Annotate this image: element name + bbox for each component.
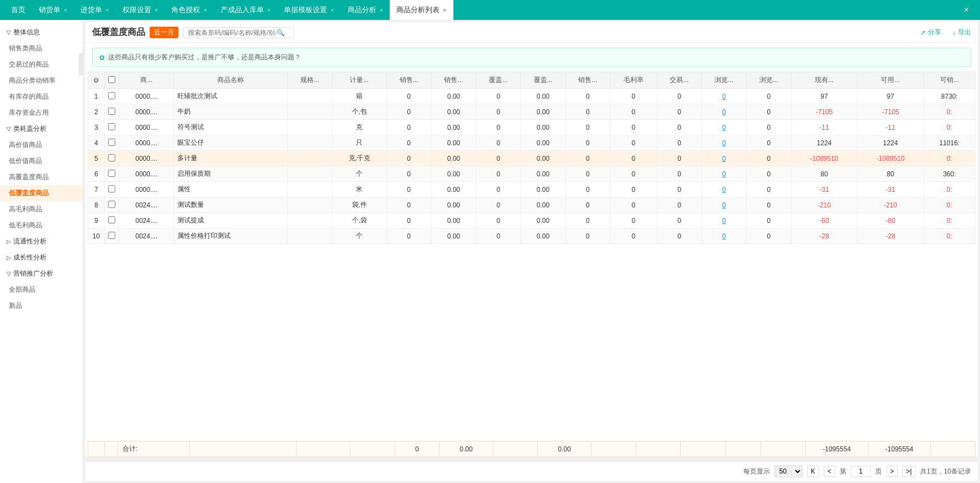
- row-current-stock: -60: [791, 213, 858, 228]
- close-icon[interactable]: ×: [443, 7, 446, 13]
- info-icon: ✿: [99, 54, 105, 62]
- totals-cover1: [493, 441, 538, 457]
- sidebar-item-sales-goods[interactable]: 销售类商品: [0, 40, 83, 57]
- last-page-button[interactable]: >|: [902, 466, 916, 477]
- row-select-checkbox[interactable]: [108, 139, 115, 146]
- row-view1[interactable]: 0: [702, 120, 747, 135]
- close-icon[interactable]: ×: [267, 7, 270, 13]
- row-checkbox[interactable]: [105, 135, 119, 151]
- row-current-stock: -28: [791, 228, 858, 244]
- sidebar-item-low-value[interactable]: 低价值商品: [0, 153, 83, 169]
- nav-purchase-order[interactable]: 进货单 ×: [74, 0, 115, 20]
- nav-product-inbound[interactable]: 产成品入库单 ×: [214, 0, 277, 20]
- sidebar-section-overall[interactable]: ▽ 整体信息: [0, 24, 83, 40]
- select-all-checkbox[interactable]: [108, 76, 115, 83]
- first-page-button[interactable]: K: [807, 466, 819, 477]
- row-view1[interactable]: 0: [702, 213, 747, 228]
- row-select-checkbox[interactable]: [108, 92, 115, 99]
- row-unit: 克: [332, 120, 386, 135]
- row-select-checkbox[interactable]: [108, 154, 115, 161]
- row-select-checkbox[interactable]: [108, 108, 115, 115]
- sidebar-item-category-rate[interactable]: 商品分类动销率: [0, 73, 83, 89]
- row-sales-rate: 0: [565, 182, 610, 197]
- col-checkbox[interactable]: [105, 72, 119, 89]
- horizontal-scrollbar[interactable]: [85, 457, 978, 461]
- row-name: 测试提成: [174, 213, 287, 228]
- share-icon: ↗: [920, 29, 926, 37]
- close-icon[interactable]: ×: [105, 7, 109, 13]
- sidebar-item-stock-capital[interactable]: 库存资金占用: [0, 105, 83, 121]
- row-select-checkbox[interactable]: [108, 185, 115, 192]
- nav-sales-order[interactable]: 销货单 ×: [32, 0, 74, 20]
- row-name: 眼宝公仔: [174, 135, 287, 151]
- row-select-checkbox[interactable]: [108, 232, 115, 239]
- sidebar-section-marketing[interactable]: ▽ 营销推广分析: [0, 266, 83, 282]
- row-checkbox[interactable]: [105, 166, 119, 182]
- col-spec: 规格...: [287, 72, 332, 89]
- sidebar-item-low-profit[interactable]: 低毛利商品: [0, 217, 83, 233]
- nav-product-analysis[interactable]: 商品分析 ×: [341, 0, 390, 20]
- nav-template-settings[interactable]: 单据模板设置 ×: [277, 0, 340, 20]
- row-view2: 0: [747, 120, 792, 135]
- nav-home[interactable]: 首页: [4, 0, 32, 20]
- row-checkbox[interactable]: [105, 89, 119, 104]
- col-settings[interactable]: ⚙: [88, 72, 105, 89]
- nav-product-analysis-list[interactable]: 商品分析列表 ×: [390, 0, 453, 20]
- sidebar-section-growth[interactable]: ▷ 成长性分析: [0, 250, 83, 266]
- search-icon[interactable]: 🔍: [277, 29, 285, 37]
- close-icon[interactable]: ×: [203, 7, 207, 13]
- search-input[interactable]: [188, 29, 277, 37]
- sidebar-item-traded-goods[interactable]: 交易过的商品: [0, 57, 83, 73]
- period-button[interactable]: 近一月: [150, 27, 178, 38]
- row-sales-amount: 0.00: [431, 166, 476, 182]
- sidebar-collapse-button[interactable]: 《: [79, 53, 83, 75]
- sidebar-item-high-coverage[interactable]: 高覆盖度商品: [0, 169, 83, 185]
- expand-icon: ▽: [7, 271, 11, 277]
- sidebar-item-new-goods[interactable]: 新品: [0, 298, 83, 314]
- close-icon[interactable]: ×: [155, 7, 158, 13]
- row-checkbox[interactable]: [105, 182, 119, 197]
- totals-row: 合计: 0 0.00 0.00 -1095554 -1095554: [88, 441, 976, 457]
- prev-page-button[interactable]: <: [824, 466, 835, 477]
- table-wrapper[interactable]: ⚙ 商... 商品名称 规格... 计量... 销售... 销售... 覆盖..…: [85, 72, 978, 441]
- row-select-checkbox[interactable]: [108, 123, 115, 130]
- row-checkbox[interactable]: [105, 151, 119, 166]
- sidebar-section-liquidity[interactable]: ▷ 流通性分析: [0, 233, 83, 250]
- row-checkbox[interactable]: [105, 213, 119, 228]
- row-checkbox[interactable]: [105, 228, 119, 244]
- row-select-checkbox[interactable]: [108, 201, 115, 208]
- window-close-button[interactable]: ×: [957, 5, 976, 15]
- row-view1[interactable]: 0: [702, 228, 747, 244]
- row-view1[interactable]: 0: [702, 182, 747, 197]
- close-icon[interactable]: ×: [380, 7, 383, 13]
- export-button[interactable]: ↓ 导出: [952, 28, 971, 37]
- row-view1[interactable]: 0: [702, 135, 747, 151]
- row-select-checkbox[interactable]: [108, 216, 115, 223]
- row-select-checkbox[interactable]: [108, 170, 115, 177]
- nav-role-auth[interactable]: 角色授权 ×: [165, 0, 213, 20]
- share-button[interactable]: ↗ 分享: [920, 28, 941, 37]
- next-page-button[interactable]: >: [886, 466, 898, 477]
- sidebar-item-high-profit[interactable]: 高毛利商品: [0, 201, 83, 217]
- row-checkbox[interactable]: [105, 197, 119, 213]
- sidebar-item-stocked-goods[interactable]: 有库存的商品: [0, 89, 83, 105]
- row-view1[interactable]: 0: [702, 104, 747, 120]
- row-view1[interactable]: 0: [702, 166, 747, 182]
- expand-icon: ▽: [7, 126, 11, 132]
- row-sales-amount: 0.00: [431, 213, 476, 228]
- row-checkbox[interactable]: [105, 120, 119, 135]
- row-view1[interactable]: 0: [702, 151, 747, 166]
- row-checkbox[interactable]: [105, 104, 119, 120]
- nav-permissions[interactable]: 权限设置 ×: [116, 0, 165, 20]
- sidebar-item-low-coverage[interactable]: 低覆盖度商品: [0, 185, 83, 201]
- row-view1[interactable]: 0: [702, 89, 747, 104]
- close-icon[interactable]: ×: [330, 7, 334, 13]
- sidebar-item-all-goods[interactable]: 全部商品: [0, 282, 83, 298]
- col-available: 可用...: [858, 72, 924, 89]
- page-input[interactable]: [851, 466, 871, 477]
- sidebar-section-coverage[interactable]: ▽ 类耗盖分析: [0, 121, 83, 137]
- close-icon[interactable]: ×: [64, 7, 67, 13]
- sidebar-item-high-value[interactable]: 高价值商品: [0, 137, 83, 153]
- row-view1[interactable]: 0: [702, 197, 747, 213]
- per-page-select[interactable]: 50 20 100: [774, 465, 803, 477]
